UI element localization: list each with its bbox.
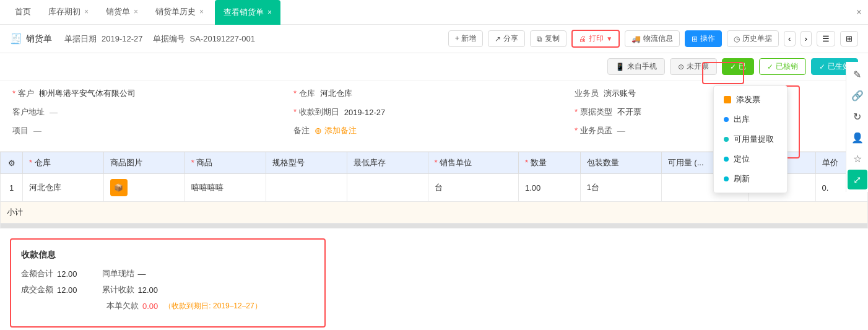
dropdown-available[interactable]: 可用量提取 [714, 129, 787, 149]
col-pack-qty: 包装数量 [580, 152, 661, 174]
payment-row-1: 金额合计 12.00 同单现结 — [21, 268, 315, 279]
sidebar-refresh-button[interactable]: ↻ [848, 106, 867, 126]
tab-view-sales-close[interactable]: × [267, 8, 272, 17]
same-order-value: — [138, 269, 146, 279]
same-order-item: 同单现结 — [102, 268, 146, 279]
list-view-button[interactable]: ☰ [817, 31, 835, 46]
main-content: 🧾 销货单 单据日期 2019-12-27 单据编号 SA-20191227-0… [0, 25, 868, 330]
tab-sales-close[interactable]: × [134, 7, 138, 16]
add-invoice-icon [724, 96, 731, 103]
grid-icon: ⊞ [692, 35, 698, 43]
cumulative-value: 12.00 [138, 285, 158, 295]
sidebar-star-button[interactable]: ☆ [848, 149, 867, 168]
balance-value: 0.00 [142, 302, 158, 311]
project-value: — [33, 126, 41, 136]
col-qty: 数量 [519, 152, 581, 174]
grid-view-button[interactable]: ⊞ [840, 31, 858, 46]
doc-header: 🧾 销货单 单据日期 2019-12-27 单据编号 SA-20191227-0… [0, 25, 868, 53]
row-image: 📦 [103, 174, 184, 202]
scrollbar-row[interactable] [1, 224, 868, 228]
sidebar-link-button[interactable]: 🔗 [848, 85, 867, 105]
confirm-icon: ✓ [730, 63, 736, 71]
dropdown-outbound[interactable]: 出库 [714, 110, 787, 129]
tab-home[interactable]: 首页 [6, 0, 40, 25]
product-img-icon: 📦 [114, 183, 123, 192]
status-row: 📱 来自手机 ⊙ 未开票 ✓ 已 ✓ 已核销 ✓ 已生效 [0, 53, 868, 80]
confirm-label: 已 [739, 61, 746, 72]
plus-icon: ⊕ [315, 126, 322, 136]
col-settings[interactable]: ⚙ [1, 152, 23, 174]
locate-label: 定位 [734, 154, 750, 165]
history-button[interactable]: ◷ 历史单据 [727, 30, 779, 47]
copy-button-label: 复制 [545, 33, 560, 44]
not-open-button[interactable]: ⊙ 未开票 [670, 58, 717, 75]
tab-sales-history[interactable]: 销货单历史 × [147, 0, 212, 25]
tab-sales-history-close[interactable]: × [199, 7, 204, 16]
next-button[interactable]: › [801, 31, 812, 46]
copy-button[interactable]: ⧉ 复制 [530, 30, 566, 47]
share-icon: ↗ [495, 35, 501, 43]
note-field: 备注 ⊕ 添加备注 [293, 125, 575, 136]
trade-item: 成交金额 12.00 [21, 284, 77, 295]
doc-actions: + 新增 ↗ 分享 ⧉ 复制 🖨 打印 ▼ 🚚 物流信息 [448, 30, 858, 48]
outbound-icon [724, 117, 729, 122]
employee-value: 演示账号 [604, 88, 636, 99]
customer-field: 客户 柳州粤港平安气体有限公司 [12, 88, 293, 99]
tab-sales-label: 销货单 [106, 6, 130, 17]
print-button-label: 打印 [589, 33, 604, 44]
doc-title: 🧾 销货单 [10, 33, 52, 45]
tab-bar-close-button[interactable]: × [856, 7, 862, 18]
dropdown-refresh[interactable]: 刷新 [714, 169, 787, 189]
confirm-button[interactable]: ✓ 已 [722, 58, 754, 75]
due-date-label: 收款到期日 [293, 106, 339, 118]
add-note-button[interactable]: ⊕ 添加备注 [315, 125, 357, 136]
tab-inventory[interactable]: 库存期初 × [40, 0, 97, 25]
sidebar-edit-button[interactable]: ✎ [848, 64, 867, 84]
warehouse-value: 河北仓库 [320, 88, 352, 99]
share-button-label: 分享 [503, 33, 518, 44]
total-item: 金额合计 12.00 [21, 268, 77, 279]
effective-icon: ✓ [819, 63, 825, 71]
dropdown-add-invoice[interactable]: 添发票 [714, 90, 787, 110]
sidebar-expand-button[interactable]: ⤢ [848, 170, 867, 189]
sidebar-user-button[interactable]: 👤 [848, 128, 867, 147]
warehouse-label: 仓库 [293, 88, 315, 99]
cancel-button[interactable]: ✓ 已核销 [759, 58, 806, 75]
prev-button[interactable]: ‹ [784, 31, 795, 46]
balance-label: 本单欠款 [106, 300, 139, 311]
total-label: 金额合计 [21, 268, 53, 279]
available-icon [724, 137, 729, 142]
tab-inventory-label: 库存期初 [48, 6, 80, 17]
row-no: 1 [1, 174, 23, 202]
from-phone-button[interactable]: 📱 来自手机 [607, 58, 665, 75]
tab-view-sales[interactable]: 查看销货单 × [215, 0, 280, 25]
meta-date-key: 单据日期 [64, 33, 97, 45]
trade-label: 成交金额 [21, 284, 53, 295]
cumulative-item: 累计收款 12.00 [102, 284, 158, 295]
dropdown-locate[interactable]: 定位 [714, 149, 787, 169]
available-label: 可用量提取 [734, 134, 774, 145]
add-note-label: 添加备注 [324, 125, 357, 136]
due-date-field: 收款到期日 2019-12-27 [293, 106, 575, 118]
print-icon: 🖨 [579, 35, 586, 43]
logistics-button[interactable]: 🚚 物流信息 [625, 30, 680, 47]
tab-sales[interactable]: 销货单 × [97, 0, 147, 25]
row-spec [266, 174, 347, 202]
print-button[interactable]: 🖨 打印 ▼ [571, 30, 620, 48]
subtotal-label: 小计 [1, 202, 868, 224]
row-qty: 1.00 [519, 174, 581, 202]
share-button[interactable]: ↗ 分享 [488, 30, 525, 47]
meta-date-value: 2019-12-27 [102, 34, 143, 43]
sales-rep-value: — [617, 126, 625, 136]
from-phone-label: 来自手机 [627, 61, 657, 72]
dropdown-menu: 添发票 出库 可用量提取 定位 刷新 [713, 85, 788, 193]
operate-button[interactable]: ⊞ 操作 [685, 30, 722, 47]
cumulative-label: 累计收款 [102, 284, 134, 295]
tab-inventory-close[interactable]: × [84, 7, 89, 16]
employee-label: 业务员 [575, 88, 599, 99]
add-button[interactable]: + 新增 [448, 30, 483, 47]
not-open-label: 未开票 [687, 61, 709, 72]
link-icon: 🔗 [851, 90, 864, 102]
print-chevron-icon: ▼ [606, 35, 612, 42]
payment-box: 收款信息 金额合计 12.00 同单现结 — 成交金额 12.00 累计收款 [10, 238, 326, 328]
